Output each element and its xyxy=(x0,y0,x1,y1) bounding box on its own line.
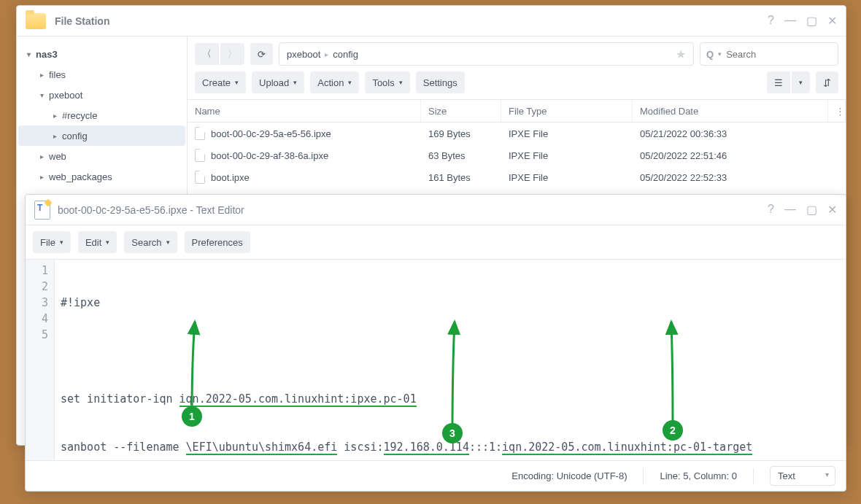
create-button[interactable]: Create▾ xyxy=(195,71,246,93)
col-name[interactable]: Name xyxy=(188,100,421,122)
file-icon xyxy=(195,149,205,162)
te-title: boot-00-0c-29-5a-e5-56.ipxe - Text Edito… xyxy=(58,204,244,216)
help-icon[interactable]: ? xyxy=(768,14,774,28)
nav-back-button[interactable]: 〈 xyxy=(195,43,219,65)
minimize-icon[interactable]: — xyxy=(784,14,796,28)
tree-item-web[interactable]: ▸web xyxy=(18,146,185,166)
fs-toolbar-nav: 〈 〉 ⟳ pxeboot ▸ config ★ Q▾ xyxy=(188,36,846,71)
edit-menu[interactable]: Edit▾ xyxy=(78,231,117,253)
file-menu[interactable]: File▾ xyxy=(33,231,71,253)
columns-menu-icon[interactable]: ⋮ xyxy=(828,100,846,122)
folder-icon xyxy=(26,13,46,29)
nav-forward-button[interactable]: 〉 xyxy=(220,43,244,65)
tools-button[interactable]: Tools▾ xyxy=(365,71,409,93)
view-list-button[interactable]: ☰ xyxy=(767,71,790,93)
fs-toolbar-actions: Create▾ Upload▾ Action▾ Tools▾ Settings … xyxy=(188,71,846,99)
search-box[interactable]: Q▾ xyxy=(700,42,838,66)
te-statusbar: Encoding: Unicode (UTF-8) Line: 5, Colum… xyxy=(26,460,846,491)
search-input[interactable] xyxy=(726,49,832,60)
fs-title: File Station xyxy=(55,15,109,27)
maximize-icon[interactable]: ▢ xyxy=(806,203,817,217)
maximize-icon[interactable]: ▢ xyxy=(806,14,817,28)
table-header: Name Size File Type Modified Date ⋮ xyxy=(188,99,846,123)
fs-titlebar: File Station ? — ▢ ✕ xyxy=(17,6,846,36)
refresh-button[interactable]: ⟳ xyxy=(250,43,273,65)
status-cursor-pos: Line: 5, Column: 0 xyxy=(660,470,737,481)
close-icon[interactable]: ✕ xyxy=(827,203,837,217)
tree-item-web-packages[interactable]: ▸web_packages xyxy=(18,166,185,187)
code-line: #!ipxe xyxy=(61,295,840,311)
tree-root-label: nas3 xyxy=(36,49,58,60)
annotated-iqn-target: iqn.2022-05.com.linuxhint:pc-01-target xyxy=(502,441,752,455)
annotated-iqn-initiator: iqn.2022-05.com.linuxhint:ipxe.pc-01 xyxy=(179,392,417,407)
annotated-ip: 192.168.0.114 xyxy=(384,441,469,455)
sort-button[interactable]: ⇵ xyxy=(816,71,838,93)
code-line: set initiator-iqn iqn.2022-05.com.linuxh… xyxy=(61,391,840,407)
chevron-down-icon[interactable]: ▾ xyxy=(718,50,722,58)
code-area[interactable]: #!ipxe set initiator-iqn iqn.2022-05.com… xyxy=(55,260,846,460)
document-icon xyxy=(34,201,50,220)
language-select[interactable]: Text xyxy=(770,466,835,486)
te-menubar: File▾ Edit▾ Search▾ Preferences xyxy=(26,225,846,260)
file-icon xyxy=(195,127,205,140)
col-size[interactable]: Size xyxy=(421,100,501,122)
table-row[interactable]: boot-00-0c-29-5a-e5-56.ipxe 169 Bytes IP… xyxy=(188,123,846,144)
breadcrumb[interactable]: pxeboot ▸ config ★ xyxy=(279,42,694,66)
table-row[interactable]: boot-00-0c-29-af-38-6a.ipxe 63 Bytes IPX… xyxy=(188,144,846,166)
upload-button[interactable]: Upload▾ xyxy=(252,71,304,93)
preferences-button[interactable]: Preferences xyxy=(185,231,250,253)
breadcrumb-seg-1[interactable]: config xyxy=(333,49,358,60)
tree-root[interactable]: ▾nas3 xyxy=(18,44,185,64)
annotated-efi-path: \EFI\ubuntu\shimx64.efi xyxy=(186,441,338,455)
search-icon: Q xyxy=(706,49,714,60)
chevron-right-icon: ▸ xyxy=(325,50,328,58)
file-icon xyxy=(195,171,205,184)
help-icon[interactable]: ? xyxy=(768,203,774,217)
table-row[interactable]: boot.ipxe 161 Bytes IPXE File 05/20/2022… xyxy=(188,166,846,188)
view-dropdown-button[interactable]: ▾ xyxy=(792,71,810,93)
minimize-icon[interactable]: — xyxy=(784,203,796,217)
settings-button[interactable]: Settings xyxy=(416,71,465,93)
tree-item-recycle[interactable]: ▸#recycle xyxy=(18,105,185,125)
text-editor-window: boot-00-0c-29-5a-e5-56.ipxe - Text Edito… xyxy=(25,194,846,492)
tree-item-config[interactable]: ▸config xyxy=(18,125,185,146)
close-icon[interactable]: ✕ xyxy=(827,14,837,28)
breadcrumb-seg-0[interactable]: pxeboot xyxy=(287,49,320,60)
status-encoding: Encoding: Unicode (UTF-8) xyxy=(511,470,627,481)
editor[interactable]: 12345 #!ipxe set initiator-iqn iqn.2022-… xyxy=(26,260,846,460)
line-gutter: 12345 xyxy=(26,260,55,460)
col-date[interactable]: Modified Date xyxy=(633,100,828,122)
tree-item-pxeboot[interactable]: ▾pxeboot xyxy=(18,85,185,105)
code-line xyxy=(61,343,840,359)
tree-item-files[interactable]: ▸files xyxy=(18,64,185,85)
action-button[interactable]: Action▾ xyxy=(310,71,359,93)
col-type[interactable]: File Type xyxy=(501,100,633,122)
te-titlebar: boot-00-0c-29-5a-e5-56.ipxe - Text Edito… xyxy=(26,195,846,225)
search-menu[interactable]: Search▾ xyxy=(124,231,177,253)
star-icon[interactable]: ★ xyxy=(676,47,686,61)
code-line: sanboot --filename \EFI\ubuntu\shimx64.e… xyxy=(61,439,840,455)
